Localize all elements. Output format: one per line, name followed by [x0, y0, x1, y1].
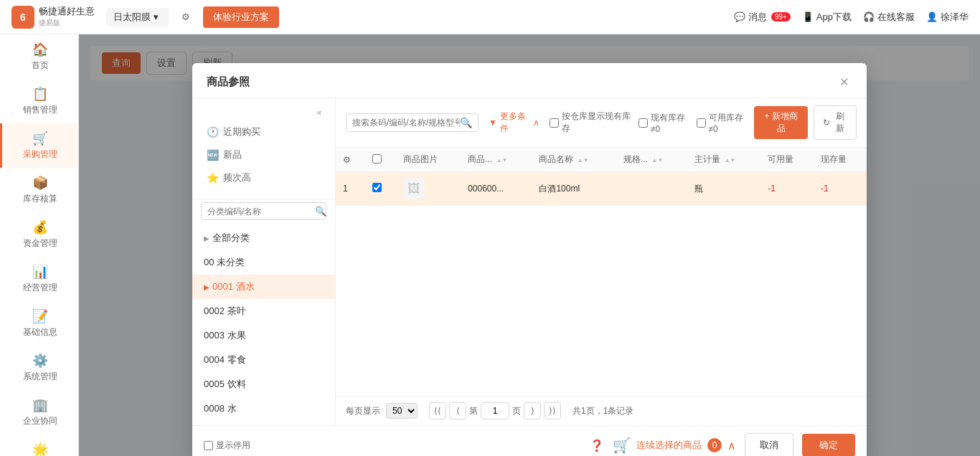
sidebar-item-guide[interactable]: 🌟 新手引导 — [0, 434, 78, 456]
checkbox-stock-neq0-label[interactable]: 现有库存≠0 — [639, 112, 691, 134]
quick-link-new[interactable]: 🆕 新品 — [201, 144, 326, 166]
customer-service-item[interactable]: 🎧 在线客服 — [863, 11, 915, 24]
logo-icon: 6 — [11, 6, 34, 29]
phone-icon: 📱 — [802, 11, 814, 22]
sidebar-item-label: 销售管理 — [23, 104, 57, 116]
app-download-item[interactable]: 📱 App下载 — [802, 11, 852, 24]
category-label: 全部分类 — [212, 232, 250, 244]
confirm-button[interactable]: 确定 — [802, 434, 855, 456]
td-image: 🖼 — [396, 172, 461, 206]
category-search-icon[interactable]: 🔍 — [315, 206, 326, 217]
message-icon: 💬 — [734, 11, 745, 22]
sidebar-item-basic[interactable]: 📝 基础信息 — [0, 301, 78, 346]
help-icon[interactable]: ❓ — [590, 439, 604, 452]
table-toolbar: 🔍 ▼ 更多条件 ∧ 按仓库显示现有库存 — [336, 98, 867, 148]
modal-header: 商品参照 ✕ — [192, 63, 867, 98]
show-disabled-checkbox[interactable] — [204, 441, 213, 450]
category-item-0001[interactable]: ▶ 0001 酒水 — [192, 275, 335, 299]
cancel-button[interactable]: 取消 — [745, 433, 793, 456]
category-item-0002[interactable]: 0002 茶叶 — [192, 299, 335, 323]
column-settings-icon[interactable]: ⚙ — [343, 155, 351, 165]
th-unit: 主计量 ▲▼ — [687, 148, 760, 172]
category-item-0008[interactable]: 0008 水 — [192, 396, 335, 421]
th-image: 商品图片 — [396, 148, 461, 172]
logo-text: 畅捷通好生意 — [39, 6, 95, 18]
page-info: 共1页，1条记录 — [573, 405, 633, 417]
category-item-00[interactable]: 00 未分类 — [192, 250, 335, 275]
checkbox-available-neq0[interactable] — [697, 118, 706, 128]
store-selector[interactable]: 日太阳膜 ▾ — [106, 8, 169, 27]
refresh-table-button[interactable]: ↻ 刷新 — [814, 105, 857, 140]
user-profile-item[interactable]: 👤 徐泽华 — [926, 11, 969, 24]
show-disabled-label[interactable]: 显示停用 — [204, 440, 250, 452]
next-page-button[interactable]: ⟩ — [524, 402, 541, 419]
settings-icon[interactable]: ⚙ — [174, 6, 197, 29]
filter-icon: ▼ — [489, 118, 497, 128]
th-spec-text: 规格... — [623, 154, 648, 164]
prev-page-button[interactable]: ⟨ — [449, 402, 466, 419]
sidebar: 🏠 首页 📋 销售管理 🛒 采购管理 📦 库存核算 💰 资金管理 📊 经营管理 … — [0, 34, 79, 456]
sidebar-item-home[interactable]: 🏠 首页 — [0, 34, 78, 79]
sidebar-item-inventory[interactable]: 📦 库存核算 — [0, 168, 78, 212]
quick-link-frequent[interactable]: ⭐ 频次高 — [201, 167, 326, 189]
th-name-text: 商品名称 — [539, 154, 573, 164]
sidebar-item-system[interactable]: ⚙️ 系统管理 — [0, 346, 78, 390]
product-table: ⚙ 商品图片 商品... ▲▼ — [336, 148, 867, 206]
guide-icon: 🌟 — [32, 442, 48, 456]
chevron-down-icon: ▾ — [154, 11, 159, 22]
checkbox-stock-neq0[interactable] — [639, 118, 648, 128]
page-number-input[interactable] — [481, 402, 509, 419]
messages-nav-item[interactable]: 💬 消息 99+ — [734, 11, 791, 24]
th-checkbox — [365, 148, 397, 172]
row-checkbox[interactable] — [372, 183, 382, 192]
sidebar-item-label: 采购管理 — [23, 148, 57, 161]
select-all-checkbox[interactable] — [372, 154, 382, 163]
category-item-all[interactable]: ▶ 全部分类 — [192, 226, 335, 250]
sort-name-icon: ▲▼ — [578, 157, 589, 163]
logo-area: 6 畅捷通好生意 捷易版 — [11, 6, 95, 29]
inventory-icon: 📦 — [32, 175, 48, 191]
sidebar-item-sales[interactable]: 📋 销售管理 — [0, 79, 78, 123]
checkbox-available-neq0-label[interactable]: 可用库存≠0 — [697, 112, 749, 134]
sidebar-item-purchase[interactable]: 🛒 采购管理 — [0, 123, 78, 168]
collapse-panel-button[interactable]: « — [312, 105, 326, 120]
sidebar-item-enterprise[interactable]: 🏢 企业协同 — [0, 390, 78, 434]
product-table-wrapper: ⚙ 商品图片 商品... ▲▼ — [336, 148, 867, 396]
sidebar-item-operations[interactable]: 📊 经营管理 — [0, 257, 78, 301]
page-size-select[interactable]: 50 — [386, 403, 418, 419]
more-filter-button[interactable]: ▼ 更多条件 ∧ — [484, 108, 544, 138]
cart-label: 连续选择的商品 — [636, 439, 702, 452]
product-search-input[interactable] — [352, 118, 460, 128]
modal-close-button[interactable]: ✕ — [835, 73, 852, 90]
messages-label: 消息 — [748, 11, 767, 24]
category-item-0004[interactable]: 0004 零食 — [192, 348, 335, 372]
home-icon: 🏠 — [32, 42, 48, 57]
table-header-row: ⚙ 商品图片 商品... ▲▼ — [336, 148, 867, 172]
td-spec — [616, 172, 687, 206]
cart-icon: 🛒 — [613, 437, 631, 454]
first-page-button[interactable]: ⟨⟨ — [429, 402, 446, 419]
sidebar-item-finance[interactable]: 💰 资金管理 — [0, 212, 78, 257]
cart-collapse-icon[interactable]: ∧ — [727, 439, 736, 452]
td-unit: 瓶 — [687, 172, 760, 206]
td-checkbox — [365, 172, 397, 206]
modal-body: « 🕐 近期购买 🆕 新品 — [192, 98, 867, 425]
category-item-0005[interactable]: 0005 饮料 — [192, 372, 335, 396]
quick-link-recent[interactable]: 🕐 近期购买 — [201, 121, 326, 143]
add-product-button[interactable]: + 新增商品 — [754, 106, 808, 139]
quick-link-new-label: 新品 — [223, 148, 242, 161]
footer-right: ❓ 🛒 连续选择的商品 0 ∧ 取消 确定 — [590, 433, 855, 456]
table-row[interactable]: 1 🖼 000600... 白酒100ml — [336, 172, 867, 206]
last-page-button[interactable]: ⟩⟩ — [544, 402, 561, 419]
checkbox-warehouse[interactable] — [550, 118, 559, 128]
cart-count: 0 — [707, 438, 722, 452]
experience-button[interactable]: 体验行业方案 — [203, 6, 279, 28]
category-search-bar: 🔍 — [201, 202, 326, 220]
category-search-input[interactable] — [207, 206, 315, 217]
product-thumbnail: 🖼 — [403, 178, 425, 199]
checkbox-warehouse-label[interactable]: 按仓库显示现有库存 — [550, 110, 633, 135]
th-spec: 规格... ▲▼ — [616, 148, 687, 172]
search-icon[interactable]: 🔍 — [460, 117, 472, 128]
arrow-icon: ▶ — [204, 234, 209, 242]
category-item-0003[interactable]: 0003 水果 — [192, 323, 335, 348]
